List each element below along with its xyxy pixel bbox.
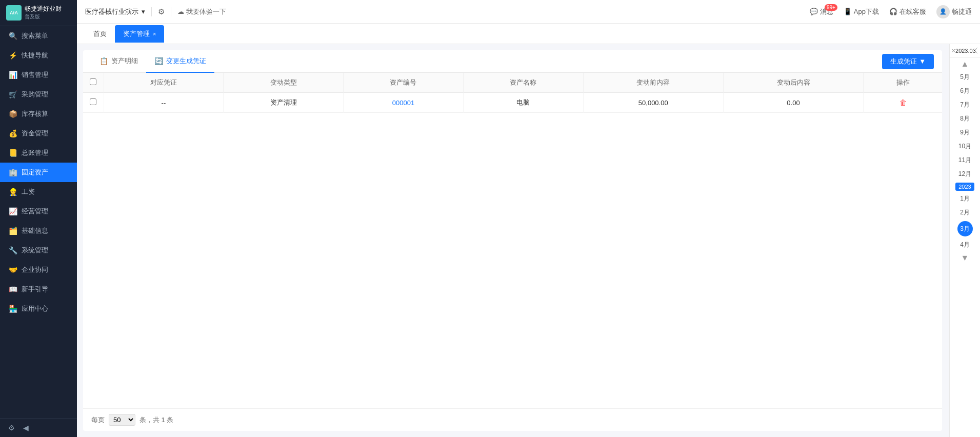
- topbar-experience[interactable]: ☁ 我要体验一下: [177, 7, 226, 16]
- subtab-asset-detail[interactable]: 📋 资产明细: [91, 50, 146, 73]
- sidebar-label-funds: 资金管理: [22, 129, 48, 138]
- month-2023-3-active[interactable]: 3月: [957, 221, 973, 236]
- customer-service-icon: 🎧: [889, 8, 897, 15]
- month-item[interactable]: 5月: [950, 70, 980, 84]
- asset-table: 对应凭证 变动类型 资产编号 资产名称: [83, 73, 942, 113]
- row-asset-code[interactable]: 000001: [344, 93, 464, 113]
- date-nav-up[interactable]: ▲: [950, 58, 980, 70]
- date-nav-down[interactable]: ▼: [950, 252, 980, 264]
- tab-close-icon[interactable]: ×: [153, 31, 156, 37]
- main-card: 📋 资产明细 🔄 变更生成凭证 生成凭证 ▼: [83, 50, 942, 431]
- sidebar-label-basic-info: 基础信息: [22, 226, 48, 235]
- inventory-icon: 📦: [8, 110, 17, 118]
- sidebar-label-fixed-assets: 固定资产: [22, 168, 48, 177]
- topbar-message[interactable]: 💬 消息 99+: [810, 7, 833, 16]
- per-page-select[interactable]: 102050100: [109, 414, 135, 426]
- sidebar-label-inventory: 库存核算: [22, 109, 48, 118]
- month-item[interactable]: 7月: [950, 98, 980, 112]
- purchase-icon: 🛒: [8, 90, 17, 98]
- date-panel-expand-icon[interactable]: ⛶: [976, 47, 980, 54]
- quick-nav-icon: ⚡: [8, 51, 17, 59]
- sidebar-item-basic-info[interactable]: 🗂️ 基础信息: [0, 221, 77, 241]
- sidebar-item-fixed-assets[interactable]: 🏢 固定资产: [0, 163, 77, 182]
- tab-home[interactable]: 首页: [85, 25, 115, 43]
- sidebar-item-app-center[interactable]: 🏪 应用中心: [0, 299, 77, 319]
- select-all-checkbox[interactable]: [90, 78, 96, 85]
- generate-voucher-button[interactable]: 生成凭证 ▼: [882, 54, 934, 69]
- basic-info-icon: 🗂️: [8, 227, 17, 235]
- sidebar-label-search: 搜索菜单: [22, 31, 48, 41]
- month-2023-1[interactable]: 1月: [950, 192, 980, 206]
- date-panel-close-icon[interactable]: ×: [952, 47, 955, 54]
- row-delete-icon[interactable]: 🗑: [899, 98, 907, 107]
- per-page-label: 每页: [91, 415, 105, 425]
- sidebar-item-ops[interactable]: 📈 经营管理: [0, 202, 77, 221]
- month-item[interactable]: 6月: [950, 84, 980, 98]
- table-row: -- 资产清理 000001 电脑 50,000.00 0.00 🗑: [83, 93, 942, 113]
- sidebar-item-collab[interactable]: 🤝 企业协同: [0, 260, 77, 280]
- row-action: 🗑: [864, 93, 942, 113]
- row-after-change: 0.00: [723, 93, 863, 113]
- sidebar-item-funds[interactable]: 💰 资金管理: [0, 124, 77, 143]
- settings-bottom-icon[interactable]: ⚙: [8, 424, 15, 432]
- table-header-row: 对应凭证 变动类型 资产编号 资产名称: [83, 73, 942, 93]
- header-after-change: 变动后内容: [723, 73, 863, 93]
- row-asset-name: 电脑: [463, 93, 583, 113]
- header-change-type: 变动类型: [224, 73, 344, 93]
- sidebar-item-system[interactable]: 🔧 系统管理: [0, 241, 77, 260]
- topbar-company[interactable]: 医疗器械行业演示 ▾: [85, 7, 145, 16]
- month-item[interactable]: 11月: [950, 153, 980, 167]
- sidebar: AtA 畅捷通好业财 普及版 🔍 搜索菜单 ⚡ 快捷导航 📊 销售管理 🛒 采购…: [0, 0, 77, 437]
- tab-asset-management[interactable]: 资产管理 ×: [115, 25, 164, 43]
- sidebar-item-quick-nav[interactable]: ⚡ 快捷导航: [0, 46, 77, 65]
- collapse-sidebar-icon[interactable]: ◀: [23, 424, 29, 432]
- date-panel-current-date: 2023.03: [955, 48, 976, 54]
- topbar-settings-icon[interactable]: ⚙: [158, 7, 165, 16]
- topbar: 医疗器械行业演示 ▾ ⚙ ☁ 我要体验一下 💬 消息 99+ 📱 App下载 🎧…: [77, 0, 980, 24]
- month-item[interactable]: 9月: [950, 126, 980, 140]
- sidebar-item-sales[interactable]: 📊 销售管理: [0, 65, 77, 85]
- subtab-generate-voucher[interactable]: 🔄 变更生成凭证: [146, 50, 214, 73]
- app-download-label: App下载: [854, 7, 879, 16]
- funds-icon: 💰: [8, 129, 17, 137]
- company-dropdown-icon: ▾: [142, 8, 145, 15]
- month-item[interactable]: 8月: [950, 112, 980, 126]
- topbar-user[interactable]: 👤 畅捷通: [936, 5, 972, 18]
- header-voucher: 对应凭证: [104, 73, 224, 93]
- sidebar-label-app-center: 应用中心: [22, 304, 48, 313]
- month-2023-2[interactable]: 2月: [950, 206, 980, 220]
- sidebar-nav: 🔍 搜索菜单 ⚡ 快捷导航 📊 销售管理 🛒 采购管理 📦 库存核算 💰 资金管…: [0, 26, 77, 418]
- topbar-app-download[interactable]: 📱 App下载: [844, 7, 879, 16]
- row-voucher: --: [104, 93, 224, 113]
- sidebar-item-search[interactable]: 🔍 搜索菜单: [0, 26, 77, 46]
- month-item[interactable]: 10月: [950, 140, 980, 153]
- generate-voucher-dropdown-icon: ▼: [919, 57, 926, 65]
- month-item[interactable]: 12月: [950, 167, 980, 181]
- sales-icon: 📊: [8, 71, 17, 79]
- sidebar-item-ledger[interactable]: 📒 总账管理: [0, 143, 77, 163]
- topbar-divider: [151, 7, 152, 16]
- month-2023-4[interactable]: 4月: [950, 238, 980, 252]
- right-date-panel: × 2023.03 ⛶ ▲ 5月 6月 7月 8月 9月 10月 11月 12月…: [949, 44, 980, 437]
- app-logo-icon: AtA: [6, 5, 22, 21]
- user-name: 畅捷通: [952, 7, 972, 16]
- main-area: 医疗器械行业演示 ▾ ⚙ ☁ 我要体验一下 💬 消息 99+ 📱 App下载 🎧…: [77, 0, 980, 437]
- sidebar-item-purchase[interactable]: 🛒 采购管理: [0, 85, 77, 104]
- message-badge: 99+: [825, 4, 837, 11]
- sidebar-item-guide[interactable]: 📖 新手引导: [0, 280, 77, 299]
- topbar-customer-service[interactable]: 🎧 在线客服: [889, 7, 926, 16]
- app-name: 畅捷通好业财: [25, 5, 62, 13]
- row-checkbox[interactable]: [90, 98, 96, 105]
- app-download-icon: 📱: [844, 8, 852, 15]
- tab-asset-label: 资产管理: [123, 29, 150, 38]
- sidebar-item-payroll[interactable]: 👷 工资: [0, 182, 77, 202]
- collab-icon: 🤝: [8, 266, 17, 274]
- customer-service-label: 在线客服: [899, 7, 926, 16]
- subtab-asset-detail-label: 资产明细: [111, 56, 138, 66]
- sidebar-label-sales: 销售管理: [22, 70, 48, 80]
- pagination: 每页 102050100 条，共 1 条: [83, 408, 942, 431]
- search-icon: 🔍: [8, 32, 17, 40]
- sidebar-label-quick-nav: 快捷导航: [22, 51, 48, 60]
- sidebar-item-inventory[interactable]: 📦 库存核算: [0, 104, 77, 124]
- date-panel-scroll: ▲ 5月 6月 7月 8月 9月 10月 11月 12月 2023 1月 2月 …: [950, 58, 980, 437]
